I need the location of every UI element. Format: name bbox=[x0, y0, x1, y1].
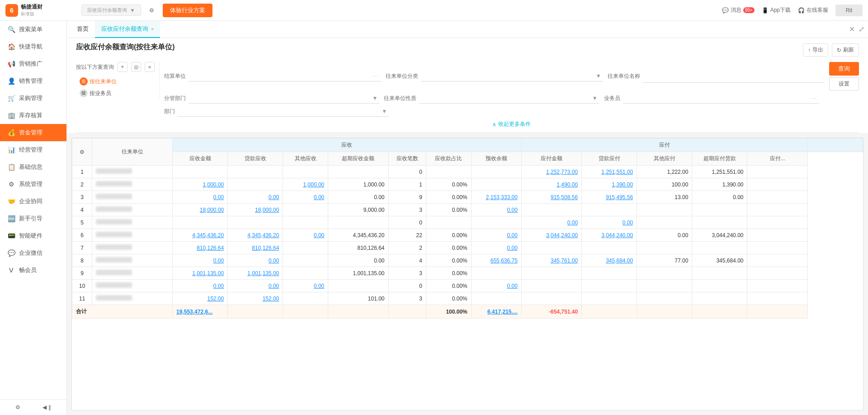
sales-icon: 👤 bbox=[7, 77, 15, 85]
sidebar-label: 畅会员 bbox=[19, 266, 37, 274]
table-row: 64,345,436.204,345,436.200.004,345,436.2… bbox=[72, 229, 863, 242]
sidebar-item-member[interactable]: Ⅴ 畅会员 bbox=[0, 262, 66, 279]
sidebar-item-marketing[interactable]: 📢 营销推广 bbox=[0, 55, 66, 72]
sidebar-item-guide[interactable]: 🆕 新手引导 bbox=[0, 210, 66, 227]
filter-scheme-by-unit[interactable]: 按 按往来单位 bbox=[76, 76, 155, 87]
user-avatar[interactable]: Rit bbox=[835, 5, 863, 16]
tab-bar-right: ✕ ⤢ bbox=[849, 25, 864, 33]
dept-manager-select[interactable]: ▼ bbox=[189, 93, 379, 104]
partner-name-input[interactable] bbox=[643, 70, 825, 83]
filter-cell-partner-name: 往来单位名称 bbox=[608, 70, 825, 83]
operation-icon: 📊 bbox=[7, 146, 15, 153]
table-row: 91,001,135.001,001,135.001,001,135.0030.… bbox=[72, 267, 863, 280]
chevron-up-icon: ∧ bbox=[492, 121, 496, 128]
purchase-icon: 🛒 bbox=[7, 95, 15, 102]
collapse-filter-button[interactable]: « bbox=[145, 62, 155, 72]
tab-close-icon[interactable]: × bbox=[151, 26, 154, 32]
sidebar-item-purchase[interactable]: 🛒 采购管理 bbox=[0, 90, 66, 107]
refresh-button[interactable]: ↻ 刷新 bbox=[832, 43, 859, 57]
sidebar-item-system[interactable]: ⚙ 系统管理 bbox=[0, 176, 66, 193]
sidebar-settings-icon[interactable]: ⚙ bbox=[15, 404, 20, 410]
th-partner: 往来单位 bbox=[92, 138, 173, 166]
footer-ap-suffix bbox=[747, 305, 807, 319]
th-ap-other: 其他应付 bbox=[637, 152, 692, 166]
sidebar-label: 资金管理 bbox=[19, 129, 42, 137]
table-footer-row: 合计 19,553,472,6... 100.00% 6,417,215....… bbox=[72, 305, 863, 319]
sidebar-bottom: ⚙ ◀ ‖ bbox=[0, 399, 66, 415]
settings-button[interactable]: 设置 bbox=[829, 77, 859, 91]
system-icon: ⚙ bbox=[7, 181, 15, 188]
table-row: 500.000.00 bbox=[72, 216, 863, 229]
sidebar-item-inventory[interactable]: 🏢 库存核算 bbox=[0, 107, 66, 124]
app-download-button[interactable]: 📱 App下载 bbox=[762, 6, 791, 14]
breadcrumb[interactable]: 应收应付余额查询 ▼ bbox=[81, 5, 141, 16]
table-row: 11152.00152.00101.0030.00% bbox=[72, 292, 863, 305]
footer-ar-amount[interactable]: 19,553,472,6... bbox=[173, 305, 228, 319]
guide-icon: 🆕 bbox=[7, 215, 15, 222]
chevron-down-icon-2: ▼ bbox=[372, 95, 377, 101]
th-ar-other: 其他应收 bbox=[283, 152, 328, 166]
tab-home[interactable]: 首页 bbox=[71, 21, 95, 38]
salesperson-input[interactable]: ··· bbox=[623, 93, 819, 104]
home-icon: 🏠 bbox=[7, 43, 15, 50]
footer-ar-count bbox=[388, 305, 426, 319]
sidebar-label: 企业微信 bbox=[19, 249, 42, 257]
tab-ar-balance[interactable]: 应收应付余额查询 × bbox=[95, 21, 160, 38]
sidebar-item-basic[interactable]: 📋 基础信息 bbox=[0, 158, 66, 176]
table-row: 80.000.000.0040.00%655,636.75345,761.003… bbox=[72, 254, 863, 267]
settings-gear-icon[interactable]: ⚙ bbox=[145, 3, 159, 18]
collapse-more-button[interactable]: ∧ 收起更多条件 bbox=[492, 119, 531, 130]
tab-close-window-icon[interactable]: ✕ bbox=[849, 25, 855, 33]
tab-expand-icon[interactable]: ⤢ bbox=[859, 25, 864, 33]
export-button[interactable]: ↑ 导出 bbox=[803, 43, 828, 57]
add-filter-button[interactable]: + bbox=[118, 62, 127, 72]
sidebar-item-sales[interactable]: 👤 销售管理 bbox=[0, 72, 66, 90]
chevron-down-icon-3: ▼ bbox=[592, 95, 598, 101]
sidebar-item-hardware[interactable]: 📟 智能硬件 bbox=[0, 227, 66, 244]
sidebar-label: 企业协同 bbox=[19, 197, 42, 205]
table-row: 418,000.0018,000.009,000.0030.00%0.00 bbox=[72, 204, 863, 216]
th-settings[interactable]: ⚙ bbox=[72, 138, 92, 166]
th-ap-suffix bbox=[807, 138, 863, 152]
chevron-down-icon-4: ▼ bbox=[382, 108, 387, 114]
footer-ar-prepay[interactable]: 6,417,215.... bbox=[471, 305, 521, 319]
dept-select[interactable]: ▼ bbox=[178, 106, 389, 117]
partner-name-label: 往来单位名称 bbox=[608, 72, 640, 80]
filter-row-2: 分管部门 ▼ 往来单位性质 ▼ 业务员 bbox=[164, 93, 859, 104]
th-ar-overdue: 超期应收金额 bbox=[328, 152, 388, 166]
edit-filter-button[interactable]: ◎ bbox=[131, 62, 141, 72]
filter-scheme-by-staff[interactable]: 按 按业务员 bbox=[76, 87, 155, 99]
search-icon: 🔍 bbox=[7, 26, 15, 33]
th-ap-overdue: 超期应付货款 bbox=[692, 152, 747, 166]
logo-text: 畅捷通财 标准版 bbox=[21, 3, 42, 17]
partner-nature-select[interactable]: ▼ bbox=[419, 93, 599, 104]
th-ar-ratio: 应收款占比 bbox=[426, 152, 471, 166]
table-row: 100.000.000.0000.00%0.00 bbox=[72, 280, 863, 292]
filter-collapse-area: ∧ 收起更多条件 bbox=[164, 119, 859, 130]
settlement-input[interactable]: ··· bbox=[189, 71, 381, 81]
sidebar-label: 搜索菜单 bbox=[19, 25, 42, 33]
table-container: ⚙ 往来单位 应收 应付 应收金额 贷款应收 其他应收 超期应收金额 应收笔数 … bbox=[67, 133, 868, 415]
sidebar-collapse-icon[interactable]: ◀ ‖ bbox=[42, 404, 51, 410]
sidebar-item-enterprise[interactable]: 🤝 企业协同 bbox=[0, 193, 66, 210]
filter-label: 按以下方案查询 bbox=[76, 63, 114, 71]
partner-category-select[interactable]: ▼ bbox=[421, 71, 603, 81]
data-table-wrapper: ⚙ 往来单位 应收 应付 应收金额 贷款应收 其他应收 超期应收金额 应收笔数 … bbox=[71, 138, 863, 410]
sidebar-item-quick-nav[interactable]: 🏠 快捷导航 bbox=[0, 38, 66, 55]
refresh-icon: ↻ bbox=[837, 47, 841, 53]
table-settings-icon[interactable]: ⚙ bbox=[80, 149, 85, 155]
sidebar-item-operation[interactable]: 📊 经营管理 bbox=[0, 141, 66, 158]
tab-bar: 首页 应收应付余额查询 × ✕ ⤢ bbox=[67, 21, 868, 38]
table-row: 101,252,773.001,251,551.001,222.001,251,… bbox=[72, 166, 863, 178]
sidebar-item-finance[interactable]: 💰 资金管理 bbox=[0, 124, 66, 141]
query-button[interactable]: 查询 bbox=[829, 62, 859, 76]
sidebar-item-wechat[interactable]: 💬 企业微信 bbox=[0, 244, 66, 262]
sidebar-label: 采购管理 bbox=[19, 94, 42, 102]
footer-ar-overdue bbox=[328, 305, 388, 319]
messages-button[interactable]: 💬 消息 99+ bbox=[722, 6, 755, 14]
top-bar: 6 畅捷通财 标准版 应收应付余额查询 ▼ ⚙ 体验行业方案 💬 消息 99+ … bbox=[0, 0, 868, 21]
online-service-button[interactable]: 🎧 在线客服 bbox=[798, 6, 828, 14]
sidebar-item-search-menu[interactable]: 🔍 搜索菜单 bbox=[0, 21, 66, 38]
filter-fields-panel: 结算单位 ··· 往来单位分类 ▼ 往来单位名称 bbox=[160, 62, 859, 130]
industry-solution-button[interactable]: 体验行业方案 bbox=[163, 4, 212, 17]
